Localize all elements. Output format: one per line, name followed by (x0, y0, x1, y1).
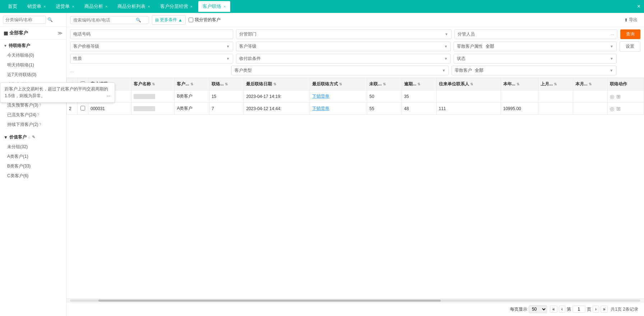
sidebar-c-class[interactable]: C类客户(6) (0, 171, 66, 181)
close-product-list-tab[interactable]: × (148, 4, 150, 9)
sidebar-declining[interactable]: 持续下滑客户(2) ? (0, 120, 66, 129)
sidebar-lost[interactable]: 已流失客户(24) ? (0, 110, 66, 120)
extra-dots-icon[interactable]: ... (70, 68, 74, 73)
sidebar-search-input[interactable] (3, 16, 46, 24)
sort-icon-company[interactable]: ⇅ (470, 82, 473, 86)
sidebar-7days-pending[interactable]: 近7天待联络(0) (0, 70, 66, 80)
sidebar-b-class[interactable]: B类客户(33) (0, 161, 66, 171)
manager-dots-icon[interactable]: ··· (611, 32, 614, 37)
row-1-type: B类客户 (175, 90, 209, 103)
horizontal-scrollbar[interactable] (66, 298, 644, 302)
export-button[interactable]: ⬆ 导出 (621, 15, 640, 24)
next-page-button[interactable]: › (593, 306, 599, 313)
filter-search-icon[interactable]: 🔍 (136, 18, 141, 23)
grid-icon: ▦ (4, 30, 8, 36)
info-icon-4: ? (39, 123, 41, 127)
nav-product-analysis[interactable]: 商品分析 × (80, 1, 112, 12)
retail-attr-filter[interactable]: 零散客户属性 全部 ▼ (454, 42, 617, 51)
nav-home[interactable]: 首页 (4, 1, 22, 12)
row-1-last-method[interactable]: 下销货单 (310, 90, 367, 103)
more-conditions-button[interactable]: ⊞ 更多条件 ▲ (152, 15, 186, 25)
manager-filter[interactable]: 分管人员 ··· (454, 29, 617, 39)
row-2-last-date: 2023-04-12 14:44: (244, 103, 310, 115)
sidebar-collapse-icon[interactable]: ≫ (57, 30, 62, 36)
row-2-name (131, 103, 175, 115)
nav-customer-contact[interactable]: 客户联络 × (198, 1, 230, 12)
row-2-index: 2 (67, 103, 78, 115)
row-1-contact: 15 (209, 90, 244, 103)
sidebar-all-customers[interactable]: ▦ 全部客户 ≫ (0, 27, 66, 39)
gender-filter[interactable]: 性质 ▼ (70, 54, 233, 63)
row-1-method-link[interactable]: 下销货单 (312, 94, 329, 99)
close-purchase-tab[interactable]: × (72, 4, 74, 9)
settings-button[interactable]: 设置 (620, 41, 640, 52)
last-page-button[interactable]: » (601, 306, 608, 313)
sort-icon-this-month[interactable]: ⇅ (589, 82, 592, 86)
col-overdue: 逾期... ⇅ (402, 78, 437, 90)
sort-icon-date[interactable]: ⇅ (273, 82, 276, 86)
sort-icon-year[interactable]: ⇅ (516, 82, 519, 86)
first-page-button[interactable]: « (550, 306, 557, 313)
sidebar-search-icon[interactable]: 🔍 (47, 17, 53, 22)
row-2-select[interactable] (80, 106, 85, 110)
nav-product-list[interactable]: 商品分析列表 × (113, 1, 154, 12)
row-2-last-method[interactable]: 下销货单 (310, 103, 367, 115)
sidebar-a-class[interactable]: A类客户(1) (0, 152, 66, 161)
sort-icon-unreached[interactable]: ⇅ (383, 82, 386, 86)
my-customers-checkbox[interactable]: 我分管的客户 (189, 17, 221, 23)
filter-row-3: 性质 ▼ 收付款条件 ▼ 状态 ▼ (70, 54, 640, 63)
sidebar-search-area: 🔍 (0, 13, 66, 27)
row-1-view-icon[interactable]: ◎ (610, 94, 614, 99)
nav-customer-segment[interactable]: 客户分层经营 × (156, 1, 197, 12)
close-sales-tab[interactable]: × (43, 4, 46, 9)
close-customer-segment-tab[interactable]: × (190, 4, 193, 9)
phone-filter[interactable]: 电话号码 (70, 29, 233, 39)
prev-page-button[interactable]: ‹ (559, 306, 565, 313)
close-customer-contact-tab[interactable]: × (223, 4, 226, 9)
sort-icon-method[interactable]: ⇅ (339, 82, 342, 86)
per-page-select[interactable]: 50 20 100 (529, 305, 547, 313)
sort-icon-overdue[interactable]: ⇅ (417, 82, 420, 86)
sort-icon-type[interactable]: ⇅ (190, 82, 193, 86)
row-1-last-month (538, 90, 573, 103)
retail-customer-filter[interactable]: 零散客户 全部 ▼ (451, 66, 616, 75)
nav-sales[interactable]: 销货单 × (23, 1, 50, 12)
dept-filter[interactable]: 分管部门 ▼ (236, 29, 451, 39)
filter-search-box[interactable]: 🔍 (70, 16, 149, 24)
info-icon-3: ? (37, 113, 39, 117)
filter-row-4: ... 客户类型 ▼ 零散客户 全部 ▼ (70, 66, 640, 75)
sort-icon-contact[interactable]: ⇅ (225, 82, 228, 86)
row-2-checkbox[interactable] (78, 103, 88, 115)
sidebar-tomorrow-pending[interactable]: 明天待联络(1) (0, 60, 66, 70)
sidebar-ungroup[interactable]: 未分组(32) (0, 142, 66, 152)
sidebar-today-pending[interactable]: 今天待联络(0) (0, 51, 66, 60)
row-2-link-icon[interactable]: ⊞ (616, 106, 621, 112)
close-product-analysis-tab[interactable]: × (105, 4, 107, 9)
row-2-this-month (573, 103, 608, 115)
close-all-tabs[interactable]: × (637, 3, 640, 10)
status-filter[interactable]: 状态 ▼ (454, 54, 617, 63)
triangle-down-icon-2: ▼ (4, 135, 8, 140)
customer-level-filter[interactable]: 客户等级 ▼ (236, 42, 451, 51)
row-2-this-year: 10995.00 (501, 103, 538, 115)
customer-type-filter[interactable]: 客户类型 ▼ (231, 66, 449, 75)
row-2-view-icon[interactable]: ◎ (610, 106, 614, 112)
pending-section-header[interactable]: ▼ 待联络客户 (0, 41, 66, 51)
sort-icon-last-month[interactable]: ⇅ (554, 82, 557, 86)
sort-icon-name[interactable]: ⇅ (152, 82, 155, 86)
customer-level-dropdown-icon: ▼ (444, 44, 448, 48)
top-nav: 首页 销货单 × 进货单 × 商品分析 × 商品分析列表 × 客户分层经营 × … (0, 0, 644, 13)
page-number-input[interactable] (573, 306, 585, 313)
filter-search-input[interactable] (73, 18, 134, 23)
price-level-filter[interactable]: 客户价格等级 ▼ (70, 42, 233, 51)
query-button[interactable]: 查询 (620, 29, 640, 39)
value-group-header[interactable]: ▼ 价值客户 ○ ✎ (0, 132, 66, 142)
row-2-code: 000031 (88, 103, 131, 115)
row-2-method-link[interactable]: 下销货单 (312, 106, 329, 111)
nav-purchase[interactable]: 进货单 × (51, 1, 78, 12)
row-1-this-month (573, 90, 608, 103)
payment-filter[interactable]: 收付款条件 ▼ (236, 54, 451, 63)
edit-icon[interactable]: ✎ (32, 135, 35, 140)
row-1-link-icon[interactable]: ⊞ (616, 94, 621, 99)
my-customers-check-input[interactable] (189, 18, 193, 22)
